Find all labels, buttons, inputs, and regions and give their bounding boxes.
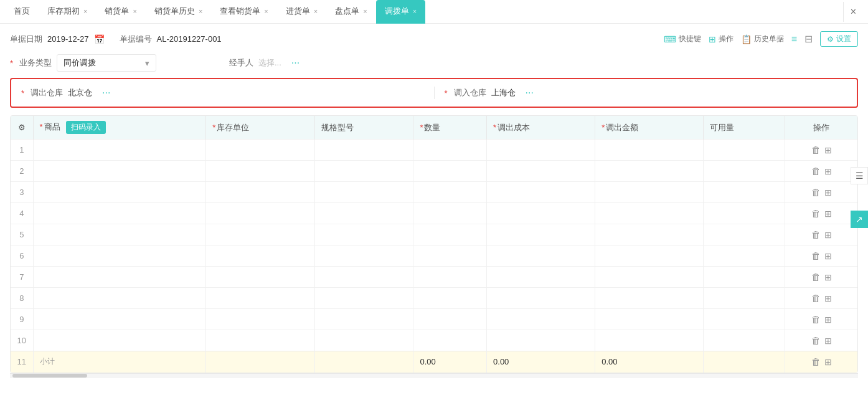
product-cell-10[interactable] [33,330,206,351]
available-cell-1[interactable] [704,140,785,161]
copy-icon-10[interactable]: ⊞ [824,336,832,346]
layout2-button[interactable]: ⊟ [804,33,813,45]
product-cell-9[interactable] [33,309,206,330]
product-cell-8[interactable] [33,288,206,309]
tab-close-view-sales[interactable]: × [264,7,268,15]
available-cell-5[interactable] [704,224,785,245]
unit-cell-5[interactable] [206,224,314,245]
tab-close-inventory-init[interactable]: × [83,7,87,15]
product-cell-1[interactable] [33,140,206,161]
delete-icon-1[interactable]: 🗑 [811,145,821,155]
delete-icon-6[interactable]: 🗑 [811,250,821,261]
product-cell-3[interactable] [33,182,206,203]
unit-cell-8[interactable] [206,288,314,309]
col-gear[interactable]: ⚙ [11,116,33,140]
cost-cell-9[interactable] [487,309,595,330]
handler-more-icon[interactable]: ··· [291,57,300,69]
available-cell-8[interactable] [704,288,785,309]
spec-cell-3[interactable] [314,182,413,203]
export-button[interactable]: ↗ [851,211,868,228]
amount-cell-10[interactable] [595,330,704,351]
spec-cell-5[interactable] [314,224,413,245]
spec-cell-10[interactable] [314,330,413,351]
qty-cell-6[interactable] [413,245,487,267]
tab-purchase[interactable]: 进货单 × [277,0,326,24]
cost-cell-7[interactable] [487,267,595,288]
cost-cell-8[interactable] [487,288,595,309]
calendar-icon[interactable]: 📅 [94,34,105,44]
qty-cell-3[interactable] [413,182,487,203]
unit-cell-6[interactable] [206,245,314,267]
amount-cell-5[interactable] [595,224,704,245]
tab-sales-history[interactable]: 销货单历史 × [146,0,211,24]
tab-close-transfer[interactable]: × [413,7,417,15]
tab-home[interactable]: 首页 [5,0,39,24]
tab-close-sales-order[interactable]: × [133,7,136,15]
spec-cell-1[interactable] [314,140,413,161]
available-cell-10[interactable] [704,330,785,351]
cost-cell-5[interactable] [487,224,595,245]
qty-cell-8[interactable] [413,288,487,309]
scroll-thumb[interactable] [12,374,87,378]
copy-icon-4[interactable]: ⊞ [824,209,832,219]
copy-icon-1[interactable]: ⊞ [824,145,832,155]
settings-button[interactable]: ⚙ 设置 [820,31,858,47]
tab-close-sales-history[interactable]: × [199,7,202,15]
window-close-button[interactable]: × [843,2,863,22]
biz-type-select[interactable]: 同价调拨 ▾ [57,54,156,72]
tab-view-sales[interactable]: 查看销货单 × [211,0,276,24]
available-cell-4[interactable] [704,203,785,224]
unit-cell-3[interactable] [206,182,314,203]
delete-icon-5[interactable]: 🗑 [811,229,821,240]
in-warehouse-more-icon[interactable]: ··· [526,87,534,98]
product-cell-6[interactable] [33,245,206,267]
amount-cell-6[interactable] [595,245,704,267]
tab-transfer[interactable]: 调拨单 × [376,0,425,24]
amount-cell-1[interactable] [595,140,704,161]
available-cell-6[interactable] [704,245,785,267]
tab-inventory-check[interactable]: 盘点单 × [326,0,375,24]
handler-input[interactable]: 选择... [258,57,281,69]
delete-icon-8[interactable]: 🗑 [811,293,821,303]
product-cell-2[interactable] [33,161,206,182]
delete-icon-10[interactable]: 🗑 [811,335,821,346]
tab-close-purchase[interactable]: × [314,7,318,15]
delete-icon-7[interactable]: 🗑 [811,272,821,282]
unit-cell-2[interactable] [206,161,314,182]
cost-cell-4[interactable] [487,203,595,224]
amount-cell-8[interactable] [595,288,704,309]
unit-cell-4[interactable] [206,203,314,224]
available-cell-2[interactable] [704,161,785,182]
delete-icon-3[interactable]: 🗑 [811,187,821,198]
tab-close-inventory-check[interactable]: × [363,7,367,15]
copy-icon-8[interactable]: ⊞ [824,293,832,303]
delete-icon-4[interactable]: 🗑 [811,208,821,219]
product-cell-4[interactable] [33,203,206,224]
unit-cell-1[interactable] [206,140,314,161]
copy-icon-7[interactable]: ⊞ [824,272,832,282]
shortcuts-button[interactable]: ⌨ 快捷键 [664,34,701,44]
spec-cell-7[interactable] [314,267,413,288]
delete-icon-9[interactable]: 🗑 [811,314,821,325]
available-cell-9[interactable] [704,309,785,330]
cost-cell-2[interactable] [487,161,595,182]
spec-cell-2[interactable] [314,161,413,182]
available-cell-7[interactable] [704,267,785,288]
delete-icon-11[interactable]: 🗑 [811,356,821,367]
copy-icon-3[interactable]: ⊞ [824,188,832,198]
out-warehouse-more-icon[interactable]: ··· [102,87,110,98]
amount-cell-3[interactable] [595,182,704,203]
delete-icon-2[interactable]: 🗑 [811,166,821,176]
spec-cell-4[interactable] [314,203,413,224]
qty-cell-1[interactable] [413,140,487,161]
available-cell-3[interactable] [704,182,785,203]
copy-icon-2[interactable]: ⊞ [824,166,832,176]
layout1-button[interactable]: ≡ [791,34,797,45]
product-cell-5[interactable] [33,224,206,245]
unit-cell-9[interactable] [206,309,314,330]
tab-sales-order[interactable]: 销货单 × [96,0,145,24]
product-cell-7[interactable] [33,267,206,288]
copy-icon-9[interactable]: ⊞ [824,315,832,325]
qty-cell-4[interactable] [413,203,487,224]
amount-cell-7[interactable] [595,267,704,288]
